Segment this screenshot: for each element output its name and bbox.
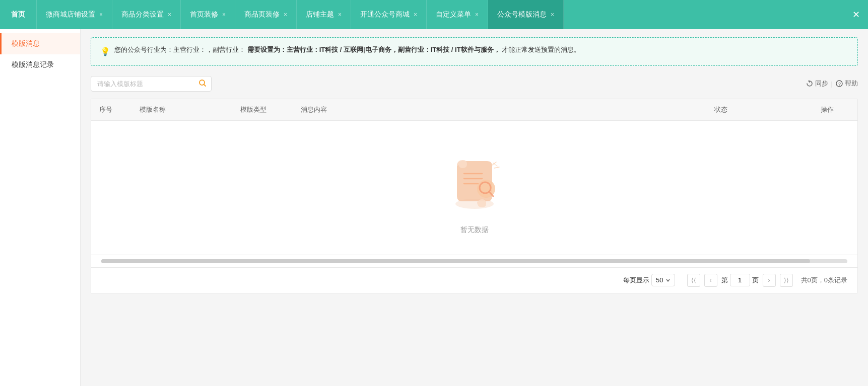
notice-prefix: 您的公众号行业为：主营行业：，副营行业： [114,46,245,53]
nav-tab-product-decor-label: 商品页装修 [244,10,280,19]
notice-banner: 💡 您的公众号行业为：主营行业：，副营行业： 需要设置为：主营行业：IT科技 /… [91,37,858,66]
empty-illustration [442,151,507,216]
notice-suffix: 才能正常发送预置的消息。 [502,46,580,53]
page-total: 共0页，0条记录 [801,276,847,285]
search-left [91,76,212,92]
last-page-icon: ⟩⟩ [784,277,789,284]
notice-bulb-icon: 💡 [100,45,110,58]
close-store-theme-icon[interactable]: × [338,11,342,18]
search-button[interactable] [198,79,207,89]
nav-tab-home[interactable]: 首页 [0,0,37,29]
sidebar-item-template-msg-log-label: 模版消息记录 [12,60,54,68]
horizontal-scrollbar[interactable] [101,259,847,263]
nav-tab-shop-settings[interactable]: 微商城店铺设置 × [37,0,112,29]
nav-tab-home-decor-label: 首页装修 [190,10,218,19]
notice-highlight: 需要设置为：主营行业：IT科技 / 互联网|电子商务，副营行业：IT科技 / I… [247,46,500,53]
data-table: 序号 模版名称 模版类型 消息内容 状态 操作 [91,99,858,293]
search-right: 同步 | ? 帮助 [806,79,858,88]
search-bar: 同步 | ? 帮助 [91,76,858,92]
page-unit: 页 [752,276,759,285]
next-page-button[interactable]: › [763,274,776,287]
close-product-decor-icon[interactable]: × [284,11,287,18]
help-circle-icon: ? [836,80,843,87]
sync-icon [806,80,813,87]
page-size-select: 每页显示 50 [623,274,675,286]
first-page-button[interactable]: ⟨⟨ [687,274,700,287]
close-home-decor-icon[interactable]: × [222,11,226,18]
search-icon [198,79,207,87]
th-status: 状态 [706,99,797,120]
page-number-input[interactable] [730,274,750,286]
content-area: 💡 您的公众号行业为：主营行业：，副营行业： 需要设置为：主营行业：IT科技 /… [81,29,868,386]
nav-tab-template-msg-label: 公众号模版消息 [497,10,547,19]
main-layout: 模版消息 模版消息记录 💡 您的公众号行业为：主营行业：，副营行业： 需要设置为… [0,29,868,386]
svg-line-13 [493,163,497,166]
th-type: 模版类型 [232,99,293,120]
nav-tab-template-msg[interactable]: 公众号模版消息 × [488,0,564,29]
page-size-value: 50 [656,276,663,284]
search-input-wrap [91,76,212,92]
sidebar: 模版消息 模版消息记录 [0,29,81,386]
last-page-button[interactable]: ⟩⟩ [780,274,793,287]
first-page-icon: ⟨⟨ [691,277,696,284]
sidebar-item-template-msg-label: 模版消息 [12,39,40,47]
svg-text:?: ? [838,82,841,87]
sync-button[interactable]: 同步 [806,79,828,88]
svg-line-1 [204,84,206,86]
scrollbar-thumb[interactable] [101,259,810,263]
next-page-icon: › [768,277,770,284]
table-header: 序号 模版名称 模版类型 消息内容 状态 操作 [91,99,857,121]
nav-tab-home-label: 首页 [11,10,25,19]
top-nav: 首页 微商城店铺设置 × 商品分类设置 × 首页装修 × 商品页装修 × 店铺主… [0,0,868,29]
sidebar-item-template-msg[interactable]: 模版消息 [0,33,80,54]
nav-tab-category-settings-label: 商品分类设置 [121,10,164,19]
page-input-wrap: 第 页 [721,274,759,286]
prev-page-icon: ‹ [710,277,712,284]
th-seq: 序号 [91,99,131,120]
notice-text: 您的公众号行业为：主营行业：，副营行业： 需要设置为：主营行业：IT科技 / 互… [114,45,580,55]
nav-tab-store-theme[interactable]: 店铺主题 × [297,0,351,29]
nav-tab-shop-settings-label: 微商城店铺设置 [46,10,95,19]
sync-label: 同步 [815,79,828,88]
close-custom-menu-icon[interactable]: × [475,11,479,18]
nav-tab-store-theme-label: 店铺主题 [306,10,334,19]
search-input[interactable] [91,76,212,92]
th-name: 模版名称 [131,99,232,120]
close-shop-settings-icon[interactable]: × [99,11,103,18]
nav-tab-home-decor[interactable]: 首页装修 × [181,0,235,29]
nav-tab-custom-menu[interactable]: 自定义菜单 × [427,0,488,29]
page-label: 第 [721,276,728,285]
close-all-tabs-icon[interactable]: ✕ [852,9,860,20]
horizontal-scrollbar-area [91,255,857,267]
nav-tab-open-mall-label: 开通公众号商城 [360,10,410,19]
nav-tab-product-decor[interactable]: 商品页装修 × [235,0,297,29]
nav-tab-open-mall[interactable]: 开通公众号商城 × [351,0,427,29]
page-size-label: 每页显示 [623,276,649,285]
close-category-settings-icon[interactable]: × [168,11,171,18]
help-button[interactable]: ? 帮助 [836,79,858,88]
empty-text: 暂无数据 [460,225,489,235]
page-size-dropdown[interactable]: 50 [651,274,675,286]
help-label: 帮助 [845,79,858,88]
chevron-down-icon [665,278,671,283]
sidebar-item-template-msg-log[interactable]: 模版消息记录 [0,54,80,75]
empty-state: 暂无数据 [91,121,857,255]
nav-tab-category-settings[interactable]: 商品分类设置 × [112,0,181,29]
th-content: 消息内容 [293,99,706,120]
svg-line-12 [494,167,499,168]
close-template-msg-icon[interactable]: × [551,11,554,18]
nav-tab-custom-menu-label: 自定义菜单 [436,10,471,19]
prev-page-button[interactable]: ‹ [704,274,717,287]
close-open-mall-icon[interactable]: × [414,11,417,18]
divider: | [831,80,833,88]
pagination: 每页显示 50 ⟨⟨ ‹ 第 页 [91,267,857,293]
th-action: 操作 [797,99,857,120]
